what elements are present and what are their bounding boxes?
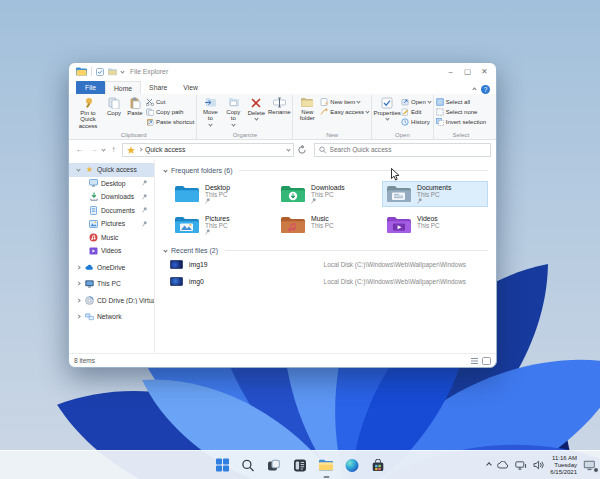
ribbon-group-organize: Move to Copy to Delete Rename [197,95,293,139]
open-button[interactable]: Open [401,97,431,106]
thumbnail-view-icon[interactable] [482,357,491,365]
sidebar-item-music[interactable]: Music [69,231,154,245]
new-folder-qat-icon[interactable] [108,68,117,76]
qat-dropdown-icon[interactable] [120,69,124,73]
title-bar[interactable]: File Explorer – ▢ ✕ [69,63,496,80]
ribbon-group-select: Select all Select none Invert selection … [434,95,488,139]
pin-to-quick-access-button[interactable]: Pin to Quick access [73,96,103,130]
up-button[interactable]: ↑ [108,143,119,156]
minimize-button[interactable]: – [443,65,458,78]
delete-button[interactable]: Delete [245,96,267,121]
select-all-button[interactable]: Select all [436,97,486,106]
recent-file-row[interactable]: img0 Local Disk (C:)\Windows\Web\Wallpap… [170,273,488,290]
tab-file[interactable]: File [76,81,105,94]
sidebar-item-onedrive[interactable]: OneDrive [69,261,154,275]
widgets-button[interactable] [292,457,309,474]
tab-home[interactable]: Home [105,81,141,94]
onedrive-tray-icon[interactable] [497,461,509,469]
sidebar-item-this-pc[interactable]: This PC [69,277,154,291]
search-input[interactable] [330,146,487,153]
help-icon[interactable]: ? [481,85,490,94]
collapse-ribbon-icon[interactable] [472,87,476,91]
invert-selection-button[interactable]: Invert selection [436,117,486,126]
onedrive-icon [85,263,94,272]
sidebar-item-videos[interactable]: Videos [69,244,154,258]
address-bar[interactable]: Quick access [122,143,294,157]
notification-icon[interactable] [583,460,596,471]
chevron-right-icon[interactable] [76,298,80,302]
search-button[interactable] [240,457,257,474]
copy-button[interactable]: Copy [104,96,124,117]
rename-button[interactable]: Rename [268,96,290,116]
volume-tray-icon[interactable] [533,460,544,470]
cut-button[interactable]: Cut [146,97,194,106]
task-view-button[interactable] [266,457,283,474]
search-box[interactable] [314,143,491,157]
image-thumbnail [170,260,183,269]
sidebar-item-downloads[interactable]: Downloads [69,190,154,204]
forward-button[interactable]: → [88,143,99,156]
hidden-icons-chevron[interactable] [487,463,491,467]
sidebar-item-documents[interactable]: Documents [69,204,154,218]
back-button[interactable]: ← [74,143,85,156]
select-none-button[interactable]: Select none [436,107,486,116]
breadcrumb[interactable]: Quick access [145,146,185,153]
tile-downloads[interactable]: Downloads This PC [276,181,382,207]
tile-pictures[interactable]: Pictures This PC [170,212,276,238]
tile-name: Music [311,215,334,222]
sidebar-item-quick-access[interactable]: ★ Quick access [69,163,154,177]
paste-button[interactable]: Paste [125,96,145,117]
new-folder-button[interactable]: New folder [295,96,319,123]
details-view-icon[interactable] [470,357,479,365]
move-to-button[interactable]: Move to [199,96,221,127]
address-dropdown-icon[interactable] [286,147,290,151]
clock-time: 11:16 AM [550,455,577,462]
maximize-button[interactable]: ▢ [460,65,475,78]
sidebar-item-desktop[interactable]: Desktop [69,177,154,191]
copy-path-button[interactable]: Copy path [146,107,194,116]
recent-files-header[interactable]: Recent files (2) [164,245,488,256]
divider [239,170,488,171]
tab-view[interactable]: View [175,81,206,94]
copy-to-button[interactable]: Copy to [222,96,244,127]
new-item-button[interactable]: New item [320,97,369,106]
frequent-folders-header[interactable]: Frequent folders (6) [164,165,488,176]
tile-music[interactable]: Music This PC [276,212,382,238]
chevron-down-icon[interactable] [163,168,167,172]
recent-file-row[interactable]: img19 Local Disk (C:)\Windows\Web\Wallpa… [170,256,488,273]
recent-locations-icon[interactable] [101,147,105,151]
easy-access-button[interactable]: Easy access [320,107,369,116]
tab-share[interactable]: Share [141,81,175,94]
paste-shortcut-button[interactable]: Paste shortcut [146,117,194,126]
widgets-icon [294,459,307,472]
start-button[interactable] [214,457,231,474]
tile-location: This PC [205,191,230,198]
folder-icon [280,215,306,235]
taskbar-clock[interactable]: 11:16 AM Tuesday 6/15/2021 [550,455,577,476]
chevron-down-icon[interactable] [163,248,167,252]
edit-button[interactable]: Edit [401,107,431,116]
properties-qat-icon[interactable] [96,68,104,76]
chevron-down-icon[interactable] [76,168,80,172]
network-tray-icon[interactable] [515,461,527,470]
store-button[interactable] [370,457,387,474]
file-explorer-button[interactable] [318,457,335,474]
history-button[interactable]: History [401,117,431,126]
file-path: Local Disk (C:)\Windows\Web\Wallpaper\Wi… [324,278,466,285]
tile-videos[interactable]: Videos This PC [382,212,488,238]
edge-button[interactable] [344,457,361,474]
close-button[interactable]: ✕ [477,65,492,78]
sidebar-item-cd-drive[interactable]: CD Drive (D:) Virtual [69,294,154,308]
tile-desktop[interactable]: Desktop This PC [170,181,276,207]
sidebar-item-network[interactable]: Network [69,310,154,324]
sidebar-item-pictures[interactable]: Pictures [69,217,154,231]
refresh-icon[interactable] [297,145,307,155]
chevron-right-icon[interactable] [76,265,80,269]
chevron-right-icon[interactable] [76,315,80,319]
taskbar: 11:16 AM Tuesday 6/15/2021 [0,450,600,479]
running-indicator [323,476,329,478]
chevron-right-icon[interactable] [76,282,80,286]
folder-icon [76,67,87,76]
properties-button[interactable]: Properties [374,96,400,121]
open-icon [401,98,409,106]
